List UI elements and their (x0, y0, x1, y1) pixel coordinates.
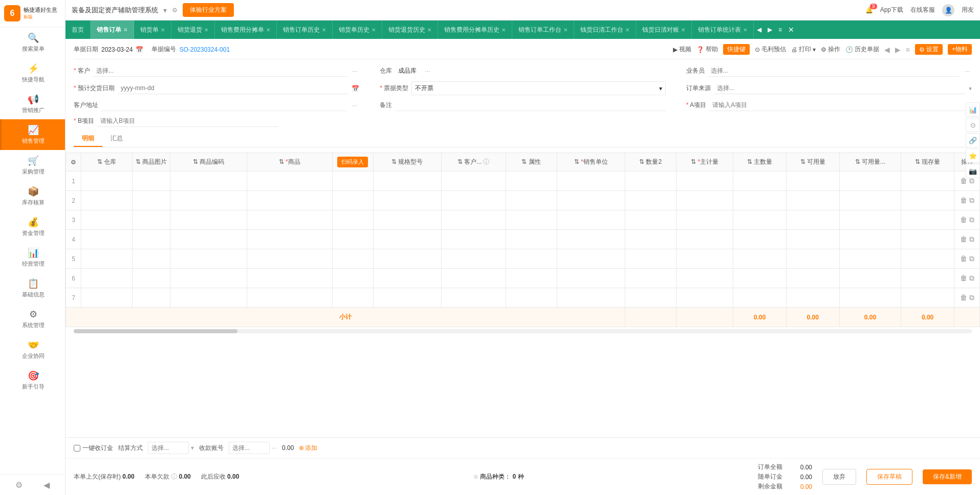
tab-reconcile[interactable]: 钱货日清对账 ✕ (636, 20, 692, 39)
tab-sales-invoice[interactable]: 销货单 ✕ (134, 20, 171, 39)
tab-close[interactable]: ✕ (743, 27, 747, 33)
date-value[interactable]: 2023-03-24 (101, 46, 133, 53)
addr-more[interactable]: ··· (350, 102, 359, 109)
tab-close[interactable]: ✕ (563, 27, 568, 33)
history-btn[interactable]: 🕐 历史单据 (845, 45, 879, 54)
payment-input[interactable] (148, 442, 189, 454)
col-warehouse[interactable]: ⇅ 仓库 (81, 153, 133, 171)
customer-addr-input[interactable] (101, 99, 347, 111)
customer-input[interactable] (93, 65, 347, 77)
save-new-button[interactable]: 保存&新增 (923, 469, 972, 484)
warehouse-value[interactable]: 成品库 (395, 64, 420, 77)
customer-more[interactable]: ··· (350, 68, 359, 75)
invoice-select[interactable]: 不开票 ▾ (411, 81, 665, 95)
warehouse-more[interactable]: ··· (423, 68, 432, 75)
sidebar-item-nav[interactable]: ⚡ 快捷导航 (0, 58, 65, 89)
row-delete-7[interactable]: 🗑 (960, 293, 967, 302)
float-btn-3[interactable]: 🔗 (966, 133, 980, 147)
col-image[interactable]: ⇅ 商品图片 (132, 153, 170, 171)
col-customer-code[interactable]: ⇅ 客户... ⓘ (441, 153, 506, 171)
sidebar-item-marketing[interactable]: 📢 营销推广 (0, 89, 65, 119)
username[interactable]: 用友 (962, 6, 974, 14)
one-click-checkbox[interactable]: 一键收订金 (74, 444, 113, 453)
col-spec[interactable]: ⇅ 规格型号 (373, 153, 441, 171)
tab-detail[interactable]: 明细 (74, 131, 102, 147)
row-delete-3[interactable]: 🗑 (960, 216, 967, 224)
float-btn-2[interactable]: ⊙ (966, 118, 980, 132)
discard-button[interactable]: 放弃 (822, 469, 856, 485)
col-available[interactable]: ⇅ 可用量 (786, 153, 839, 171)
form-nav-prev[interactable]: ◀ (884, 46, 890, 54)
notification-bell[interactable]: 🔔 9 (865, 7, 873, 14)
sidebar-item-inventory[interactable]: 📦 库存核算 (0, 181, 65, 211)
sidebar-item-guide[interactable]: 🎯 新手引导 (0, 365, 65, 396)
form-nav-next[interactable]: ▶ (895, 46, 901, 54)
tab-return-history[interactable]: 销货退货历史 ✕ (382, 20, 438, 39)
tab-close[interactable]: ✕ (681, 27, 685, 33)
order-source-dropdown[interactable]: ▾ (969, 85, 972, 92)
form-list-view[interactable]: ≡ (906, 46, 910, 54)
tab-sales-order-close[interactable]: ✕ (123, 27, 127, 33)
receipt-input[interactable] (229, 442, 270, 454)
float-btn-1[interactable]: 📊 (966, 102, 980, 117)
salesperson-input[interactable] (708, 65, 960, 77)
sidebar-item-purchase[interactable]: 🛒 采购管理 (0, 150, 65, 181)
sidebar-item-collab[interactable]: 🤝 企业协同 (0, 334, 65, 365)
row-copy-6[interactable]: ⧉ (969, 274, 974, 283)
user-avatar[interactable]: 👤 (942, 4, 954, 16)
remark-input[interactable] (395, 99, 665, 111)
col-settings[interactable]: ⚙ (66, 153, 81, 171)
order-source-input[interactable] (714, 82, 966, 94)
view-video-btn[interactable]: ▶ 视频 (673, 45, 691, 54)
add-button[interactable]: ⊕ 添加 (299, 444, 317, 453)
tab-daily-workbench[interactable]: 钱货日清工作台 ✕ (574, 20, 636, 39)
help-btn[interactable]: ❓ 帮助 (696, 45, 718, 54)
row-copy-3[interactable]: ⧉ (969, 216, 974, 224)
tab-prev[interactable]: ◀ (754, 26, 765, 33)
col-product[interactable]: ⇅ *商品 (247, 153, 332, 171)
print-btn[interactable]: 🖨 打印 ▾ (791, 45, 816, 54)
sidebar-item-system[interactable]: ⚙ 系统管理 (0, 304, 65, 334)
delivery-calendar-icon[interactable]: 📅 (352, 85, 359, 92)
row-copy-2[interactable]: ⧉ (969, 196, 974, 205)
col-main-unit[interactable]: ⇅ *主计量 (676, 153, 733, 171)
settings-icon[interactable]: ⚙ (15, 480, 23, 490)
row-delete-5[interactable]: 🗑 (960, 254, 967, 263)
receipt-more[interactable]: ··· (272, 444, 277, 451)
row-copy-5[interactable]: ⧉ (969, 254, 974, 263)
tab-close[interactable]: ✕ (204, 27, 208, 33)
sidebar-item-basic[interactable]: 📋 基础信息 (0, 273, 65, 304)
col-available2[interactable]: ⇅ 可用量... (839, 153, 901, 171)
app-download-link[interactable]: App下载 (880, 6, 903, 14)
scan-btn[interactable]: 扫码录入 (337, 157, 368, 167)
settings-btn[interactable]: ⚙ 设置 (915, 44, 943, 55)
tab-close[interactable]: ✕ (502, 27, 506, 33)
tab-menu[interactable]: ≡ (775, 26, 785, 33)
float-btn-5[interactable]: 📷 (966, 164, 980, 178)
tab-order-history[interactable]: 销售订单历史 ✕ (277, 20, 333, 39)
row-copy-4[interactable]: ⧉ (969, 235, 974, 244)
col-code[interactable]: ⇅ 商品编码 (170, 153, 247, 171)
sidebar-item-operations[interactable]: 📊 经营管理 (0, 242, 65, 273)
row-delete-6[interactable]: 🗑 (960, 274, 967, 283)
tab-split-history[interactable]: 销售费用分摊单历史 ✕ (438, 20, 512, 39)
sidebar-item-finance[interactable]: 💰 资金管理 (0, 211, 65, 242)
one-click-input[interactable] (74, 445, 80, 451)
tab-summary[interactable]: 汇总 (102, 131, 131, 147)
tab-close[interactable]: ✕ (427, 27, 431, 33)
tab-close[interactable]: ✕ (372, 27, 376, 33)
row-copy-7[interactable]: ⧉ (969, 293, 974, 302)
collapse-icon[interactable]: ◀ (43, 480, 50, 490)
tab-home[interactable]: 首页 (66, 20, 91, 39)
col-qty2[interactable]: ⇅ 数量2 (625, 153, 676, 171)
col-main-qty[interactable]: ⇅ 主数量 (733, 153, 787, 171)
profit-btn[interactable]: ⊙ 毛利预估 (755, 45, 786, 54)
operation-btn[interactable]: ⚙ 操作 (821, 45, 840, 54)
tab-close[interactable]: ✕ (266, 27, 270, 33)
material-btn[interactable]: +物料 (948, 44, 972, 55)
a-project-input[interactable] (709, 99, 972, 111)
b-project-input[interactable] (97, 115, 278, 127)
delivery-date-input[interactable] (118, 82, 349, 94)
sidebar-item-sales[interactable]: 📈 销售管理 (0, 119, 65, 150)
calendar-icon[interactable]: 📅 (136, 46, 143, 53)
